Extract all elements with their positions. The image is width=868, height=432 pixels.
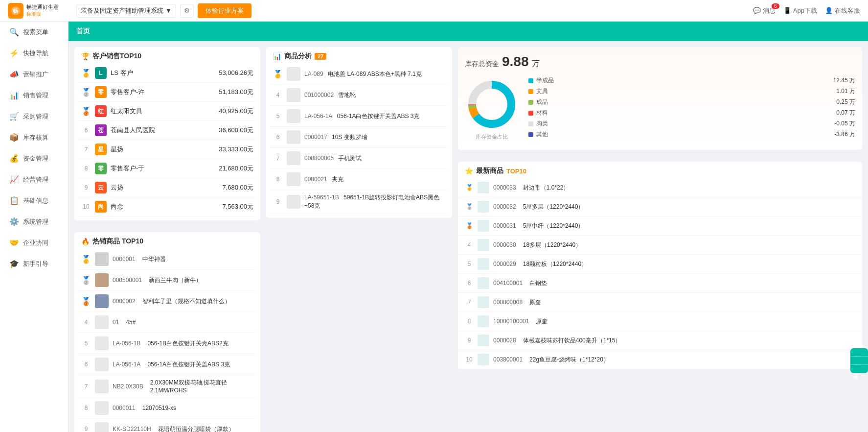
product-code: 0000028 <box>493 337 516 344</box>
product-name: 18颗粒板（1220*2440） <box>523 260 587 268</box>
logo-area: 畅 畅捷通好生意 标准版 <box>8 3 76 19</box>
customer-name: 云扬 <box>111 183 218 192</box>
rank-number: 9 <box>81 426 91 432</box>
customer-value: 21,680.00元 <box>219 164 253 173</box>
product-code: 0000017 <box>304 134 327 141</box>
product-name: 体械嘉枝味苏打饮品400毫升（1*15） <box>523 336 621 345</box>
product-thumbnail <box>95 380 109 393</box>
sidebar-item-operations[interactable]: 📈 经营管理 <box>0 169 68 190</box>
rank-number: 6 <box>81 127 91 134</box>
product-code: 01 <box>113 319 119 326</box>
sidebar-item-search[interactable]: 🔍 搜索菜单 <box>0 22 68 43</box>
fire-icon: 🔥 <box>81 238 90 245</box>
new-product-item: 9 0000028 体械嘉枝味苏打饮品400毫升（1*15） <box>458 331 862 350</box>
new-products-card: ⭐ 最新商品 TOP10 🥇 0000033 封边带（1.0*22） <box>458 162 862 369</box>
customer-name: 尚念 <box>111 202 218 211</box>
customer-service-button[interactable]: 客服热线 <box>850 348 868 357</box>
legend-item: 文具 1.01 万 <box>528 87 855 96</box>
sidebar-item-marketing[interactable]: 📣 营销推广 <box>0 64 68 85</box>
product-name: 5厘多层（1220*2440） <box>523 203 584 211</box>
product-name: 中华神器 <box>142 255 166 264</box>
sidebar-label-system: 系统管理 <box>23 217 48 226</box>
legend-name: 肉类 <box>536 120 831 128</box>
product-code: 001000002 <box>304 92 334 98</box>
rank-number: 6 <box>465 280 474 287</box>
customer-rank-card: 🏆 客户销售TOP10 🥇 L LS 客户 53,006.26元 🥈 零 <box>74 47 260 220</box>
sidebar-item-quicknav[interactable]: ⚡ 快捷导航 <box>0 43 68 64</box>
basic-icon: 📋 <box>9 196 19 205</box>
rank-number: 4 <box>273 92 283 98</box>
sidebar-item-sales[interactable]: 📊 销售管理 <box>0 85 68 106</box>
purchase-icon: 🛒 <box>9 112 19 121</box>
sidebar-label-marketing: 营销推广 <box>23 70 48 79</box>
logo-badge: 标准版 <box>26 11 59 18</box>
product-analysis-item: 8 0000021 夹克 <box>270 169 448 190</box>
product-thumbnail <box>287 109 300 123</box>
product-name: 白钢垫 <box>529 279 547 288</box>
chart-icon: 📊 <box>273 52 281 60</box>
hot-product-item: 7 NB2.0X30B 2.0X30MM双搓花轴,搓花直径2.1MM/ROHS <box>78 375 256 398</box>
customer-avatar: 零 <box>95 86 107 98</box>
new-product-item: 7 000800008 原奎 <box>458 293 862 312</box>
hot-product-item: 9 KK-SD22110H 花语萌恒温分腿睡袋（厚款） <box>78 419 256 432</box>
product-name: 花语萌恒温分腿睡袋（厚款） <box>158 425 234 432</box>
header-middle: 装备及固定资产辅助管理系统 ▼ ⚙ 体验行业方案 <box>76 3 753 18</box>
product-code: 004100001 <box>493 280 523 287</box>
product-thumbnail <box>478 220 489 232</box>
product-code: 10000100001 <box>493 318 529 325</box>
dropdown-icon: ▼ <box>165 7 172 14</box>
sidebar-item-system[interactable]: ⚙️ 系统管理 <box>0 211 68 232</box>
hot-product-item: 🥇 0000001 中华神器 <box>78 249 256 270</box>
sidebar-item-basic[interactable]: 📋 基础信息 <box>0 190 68 211</box>
legend-color-dot <box>528 132 533 137</box>
product-thumbnail <box>95 401 109 415</box>
sidebar-item-collab[interactable]: 🤝 企业协同 <box>0 232 68 253</box>
customer-avatar: 尚 <box>95 201 107 213</box>
product-name: 10S 变频罗瑞 <box>332 134 367 141</box>
customer-name: 零售客户-许 <box>111 88 215 96</box>
product-analysis-item: 🥇 LA-089 电池盖 LA-089 ABS本色+黑种 7.1克 <box>270 64 448 85</box>
product-thumbnail <box>95 294 109 308</box>
community-button[interactable]: 服务社区 <box>850 357 868 365</box>
product-name: 056-1A白色按键开关盖ABS 3克 <box>337 113 420 120</box>
trial-button[interactable]: 体验行业方案 <box>198 3 251 18</box>
rank-number: 8 <box>465 318 474 325</box>
rank-item: 10 尚 尚念 7,563.00元 <box>78 197 256 216</box>
product-code: 0000029 <box>493 261 516 267</box>
settings-button[interactable]: ⚙ <box>180 4 194 18</box>
product-name: 12070519-xs <box>142 405 176 411</box>
product-code: LA-056-1A <box>113 361 140 368</box>
message-badge: 6 <box>772 3 779 9</box>
product-code: 0000002 <box>113 298 136 305</box>
customer-avatar: 云 <box>95 182 107 193</box>
message-button[interactable]: 💬 消息 6 <box>753 6 776 15</box>
product-name: 雪地靴 <box>338 92 356 98</box>
new-products-list: 🥇 0000033 封边带（1.0*22） 🥈 0000032 5厘多层（122… <box>458 178 862 369</box>
product-info: 000800005 手机测试 <box>304 154 445 163</box>
sidebar-item-inventory[interactable]: 📦 库存核算 <box>0 127 68 148</box>
legend-color-dot <box>528 78 533 83</box>
rank-number: 4 <box>81 319 91 326</box>
service-button[interactable]: 👤 在线客服 <box>825 6 860 15</box>
main-layout: 🔍 搜索菜单 ⚡ 快捷导航 📣 营销推广 📊 销售管理 🛒 采购管理 📦 库存核… <box>0 22 868 432</box>
app-download-button[interactable]: 📱 App下载 <box>783 6 817 15</box>
page-title: 首页 <box>76 27 90 36</box>
rank-number: 9 <box>81 184 91 191</box>
rank-item: 7 星 星扬 33,333.00元 <box>78 140 256 159</box>
sidebar-item-purchase[interactable]: 🛒 采购管理 <box>0 106 68 127</box>
product-name: 056-1B白色按键开关壳ABS2克 <box>147 339 228 348</box>
sidebar-item-finance[interactable]: 💰 资金管理 <box>0 148 68 169</box>
product-thumbnail <box>478 296 489 308</box>
new-product-item: 🥇 0000033 封边带（1.0*22） <box>458 178 862 197</box>
live-button[interactable]: 直播 <box>850 365 868 373</box>
customer-value: 7,563.00元 <box>222 202 253 211</box>
sidebar-item-guide[interactable]: 🎓 新手引导 <box>0 253 68 274</box>
rank-number: 7 <box>465 299 474 306</box>
rank-number: 7 <box>81 146 91 153</box>
inventory-title: 库存总资金 <box>465 60 499 69</box>
legend-name: 材料 <box>536 109 833 117</box>
product-code: 000800008 <box>493 299 523 306</box>
customer-avatar: 零 <box>95 163 107 174</box>
system-name[interactable]: 装备及固定资产辅助管理系统 ▼ <box>76 4 176 18</box>
product-code: LA-089 <box>304 71 323 77</box>
